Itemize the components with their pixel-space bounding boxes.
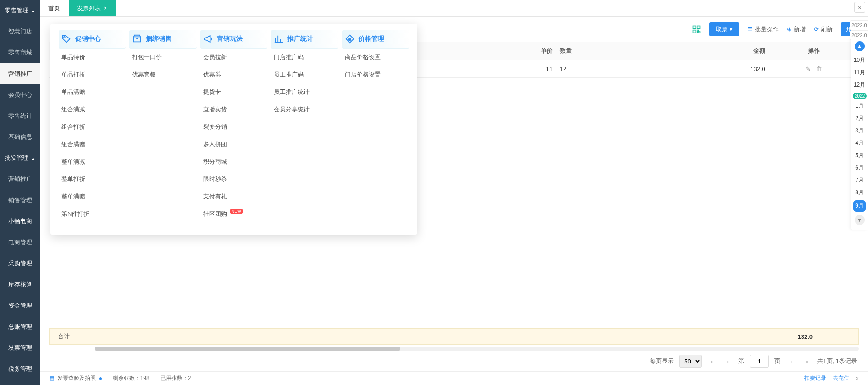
sidebar-item-marketing[interactable]: 营销推广 — [0, 63, 40, 84]
mega-item[interactable]: 整单满减 — [59, 153, 126, 170]
timeline-month[interactable]: 6月 — [851, 162, 868, 174]
timeline-month[interactable]: 5月 — [851, 149, 868, 162]
sidebar-item-ecommerce-mgmt[interactable]: 电商管理 — [0, 232, 40, 253]
document-icon: ▦ — [49, 375, 54, 381]
mega-item[interactable]: 会员拉新 — [200, 49, 267, 66]
mega-item[interactable]: 单品特价 — [59, 49, 126, 66]
scrollbar-thumb[interactable] — [95, 346, 400, 351]
status-invoice-check[interactable]: ▦ 发票查验及拍照 — [49, 374, 102, 382]
fetch-invoice-button[interactable]: 取票 ▾ — [709, 22, 739, 36]
sidebar-item-invoice[interactable]: 发票管理 — [0, 337, 40, 358]
status-recharge-link[interactable]: 去充值 — [833, 374, 849, 382]
timeline-month[interactable]: 1月 — [851, 100, 868, 112]
mega-item[interactable]: 员工推广统计 — [271, 83, 338, 101]
page-prefix: 第 — [738, 357, 744, 365]
sidebar-item-member-center[interactable]: 会员中心 — [0, 84, 40, 105]
sidebar-item-retail-mall[interactable]: 零售商城 — [0, 42, 40, 63]
svg-point-3 — [64, 37, 65, 38]
sidebar-item-funds[interactable]: 资金管理 — [0, 295, 40, 316]
mega-item[interactable]: 提货卡 — [200, 83, 267, 101]
mega-item[interactable]: 整单打折 — [59, 170, 126, 188]
add-button[interactable]: ⊕ 新增 — [787, 25, 806, 33]
timeline-tab-2[interactable]: 2022.0 — [850, 30, 868, 40]
mega-item[interactable]: 组合打折 — [59, 118, 126, 136]
mega-item[interactable]: 优惠券 — [200, 66, 267, 83]
mega-item[interactable]: 整单满赠 — [59, 188, 126, 205]
qr-code-icon[interactable] — [692, 25, 701, 34]
sidebar-item-base-info[interactable]: 基础信息 — [0, 126, 40, 148]
timeline-month[interactable]: 12月 — [851, 79, 868, 91]
tab-home[interactable]: 首页 — [40, 0, 69, 16]
sidebar-item-tax[interactable]: 税务管理 — [0, 358, 40, 380]
timeline-month[interactable]: 8月 — [851, 187, 868, 199]
timeline-month-active[interactable]: 9月 — [853, 200, 866, 212]
sidebar-item-marketing-2[interactable]: 营销推广 — [0, 169, 40, 190]
sidebar-item-inventory[interactable]: 库存核算 — [0, 274, 40, 295]
th-amount: 金额 — [654, 42, 769, 60]
sidebar-item-smart-store[interactable]: 智慧门店 — [0, 21, 40, 42]
batch-ops-button[interactable]: ☰ 批量操作 — [747, 25, 779, 33]
totals-row: 合计 132.0 — [49, 328, 859, 345]
timeline-month[interactable]: 3月 — [851, 125, 868, 137]
sidebar-item-ledger[interactable]: 总账管理 — [0, 316, 40, 337]
delete-icon[interactable]: 🗑 — [816, 66, 822, 72]
mega-item[interactable]: 组合满赠 — [59, 136, 126, 153]
cell-ops: ✎ 🗑 — [769, 60, 859, 78]
pagination: 每页显示 50 « ‹ 第 页 › » 共1页, 1条记录 — [40, 351, 868, 371]
mega-item[interactable]: 直播卖货 — [200, 101, 267, 118]
mega-item[interactable]: 单品满赠 — [59, 83, 126, 101]
mega-item[interactable]: 门店价格设置 — [342, 66, 409, 83]
timeline-month[interactable]: 10月 — [851, 54, 868, 66]
sidebar-item-retail-stats[interactable]: 零售统计 — [0, 105, 40, 126]
close-all-tabs-button[interactable]: × — [854, 2, 865, 13]
refresh-icon: ⟳ — [814, 26, 819, 33]
tab-invoice-list[interactable]: 发票列表 × — [69, 0, 116, 16]
status-bar: ▦ 发票查验及拍照 剩余张数：198 已用张数：2 扣费记录 去充值 × — [40, 371, 868, 385]
prev-page-button[interactable]: ‹ — [723, 356, 733, 366]
sidebar-item-ecommerce-1[interactable]: 小畅电商 — [0, 211, 40, 232]
first-page-button[interactable]: « — [707, 356, 717, 366]
scroll-down-icon[interactable]: ▼ — [855, 215, 865, 225]
mega-col-price: ¥ 价格管理 商品价格设置 门店价格设置 — [342, 30, 409, 223]
status-close-icon[interactable]: × — [856, 375, 859, 382]
sidebar-item-retail-mgmt[interactable]: 零售管理 ▲ — [0, 0, 40, 21]
refresh-button[interactable]: ⟳ 刷新 — [814, 25, 833, 33]
close-icon[interactable]: × — [104, 5, 107, 11]
scroll-top-icon[interactable]: ▲ — [855, 41, 865, 51]
mega-item[interactable]: 限时秒杀 — [200, 170, 267, 188]
sidebar-item-sales-mgmt[interactable]: 销售管理 — [0, 190, 40, 211]
mega-item[interactable]: 门店推广码 — [271, 49, 338, 66]
sidebar-label: 零售管理 — [5, 7, 28, 14]
mega-item-community-buy[interactable]: 社区团购 NEW — [200, 205, 267, 223]
mega-item[interactable]: 会员分享统计 — [271, 101, 338, 118]
status-deduct-link[interactable]: 扣费记录 — [804, 374, 826, 382]
mega-item[interactable]: 打包一口价 — [129, 49, 196, 66]
mega-item[interactable]: 支付有礼 — [200, 188, 267, 205]
mega-item[interactable]: 单品打折 — [59, 66, 126, 83]
timeline-month[interactable]: 7月 — [851, 174, 868, 187]
mega-item[interactable]: 优惠套餐 — [129, 66, 196, 83]
timeline-month[interactable]: 2月 — [851, 112, 868, 125]
mega-item[interactable]: 员工推广码 — [271, 66, 338, 83]
date-timeline-panel: 2022.0 2022.0 ▲ 10月 11月 12月 2022 1月 2月 3… — [851, 37, 868, 230]
edit-icon[interactable]: ✎ — [806, 66, 811, 72]
sidebar-item-purchase-mgmt[interactable]: 采购管理 — [0, 253, 40, 274]
mega-item[interactable]: 第N件打折 — [59, 205, 126, 223]
page-suffix: 页 — [774, 357, 780, 365]
mega-item[interactable]: 裂变分销 — [200, 118, 267, 136]
page-size-select[interactable]: 50 — [679, 355, 702, 368]
mega-item[interactable]: 组合满减 — [59, 101, 126, 118]
sidebar-item-wholesale-mgmt[interactable]: 批发管理 ▲ — [0, 148, 40, 169]
timeline-month[interactable]: 11月 — [851, 66, 868, 79]
page-input[interactable] — [750, 355, 769, 368]
horizontal-scrollbar[interactable] — [95, 346, 859, 351]
next-page-button[interactable]: › — [786, 356, 796, 366]
last-page-button[interactable]: » — [802, 356, 812, 366]
timeline-tab-1[interactable]: 2022.0 — [850, 20, 868, 30]
svg-rect-1 — [697, 26, 700, 28]
settings-gear-icon[interactable] — [0, 380, 40, 385]
mega-item[interactable]: 商品价格设置 — [342, 49, 409, 66]
timeline-month[interactable]: 4月 — [851, 137, 868, 149]
mega-item[interactable]: 多人拼团 — [200, 136, 267, 153]
mega-item[interactable]: 积分商城 — [200, 153, 267, 170]
